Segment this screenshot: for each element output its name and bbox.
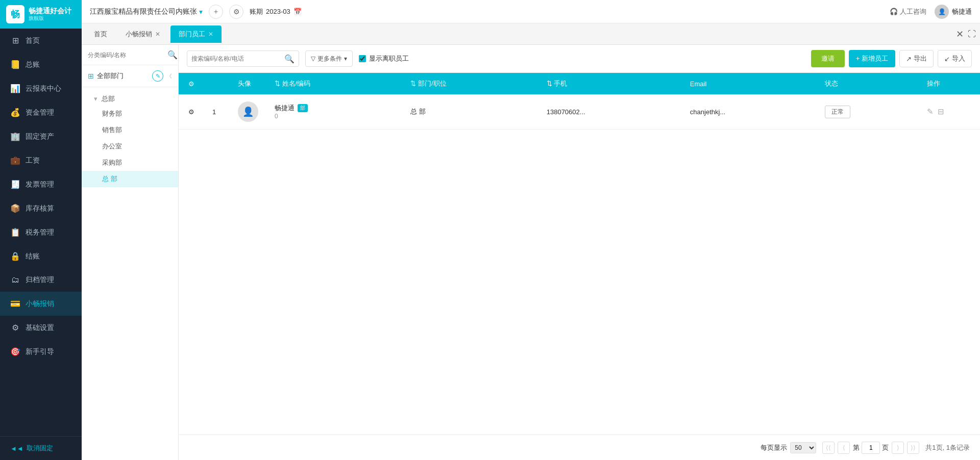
group-name: 总部 bbox=[102, 95, 115, 103]
sidebar-item-closing[interactable]: 🔒结账 bbox=[0, 244, 82, 268]
closing-icon: 🔒 bbox=[10, 251, 20, 261]
col-action: 操作 bbox=[919, 73, 980, 94]
row-phone: 138070602... bbox=[538, 94, 682, 130]
sidebar-item-label: 总账 bbox=[26, 60, 40, 69]
dept-item-finance[interactable]: 财务部 bbox=[82, 106, 178, 122]
prev-page-button[interactable]: ⟨ bbox=[838, 442, 850, 454]
import-button[interactable]: ↙ 导入 bbox=[938, 50, 972, 67]
page-size-select[interactable]: 10 20 50 100 bbox=[790, 442, 816, 453]
employee-search-box: 🔍 bbox=[187, 50, 299, 67]
row-actions: ✎ ⊟ bbox=[919, 94, 980, 130]
tab-close-icon[interactable]: ✕ bbox=[956, 29, 964, 40]
tab-expense-close[interactable]: ✕ bbox=[155, 31, 160, 38]
expand-icon: ▾ bbox=[94, 95, 97, 103]
ledger-icon: 📒 bbox=[10, 60, 20, 69]
headset-icon: 🎧 bbox=[890, 8, 898, 15]
col-dept[interactable]: ⇅ 部门/职位 bbox=[402, 73, 538, 94]
status-badge: 正常 bbox=[825, 106, 850, 118]
sidebar-item-label: 工资 bbox=[26, 156, 40, 165]
sidebar-item-settings[interactable]: ⚙基础设置 bbox=[0, 316, 82, 340]
period-selector[interactable]: 账期 2023-03 📅 bbox=[250, 7, 302, 16]
tab-expand-icon[interactable]: ⛶ bbox=[968, 30, 976, 39]
logo-text-block: 畅捷通好会计 旗舰版 bbox=[29, 7, 71, 22]
dept-item-purchase[interactable]: 采购部 bbox=[82, 155, 178, 171]
main-area: 江西服宝精品有限责任公司内账张 ▾ ＋ ⚙ 账期 2023-03 📅 🎧 人工咨… bbox=[82, 0, 980, 460]
employee-table: ⚙ 头像 ⇅ 姓名/编码 ⇅ 部门/职位 ⇅ 手机 Email 状态 操作 bbox=[179, 73, 980, 130]
dept-search-bar: 🔍 bbox=[82, 45, 178, 65]
add-company-button[interactable]: ＋ bbox=[209, 5, 223, 19]
first-page-button[interactable]: ⟨⟨ bbox=[822, 442, 835, 454]
sidebar-item-tax[interactable]: 📋税务管理 bbox=[0, 220, 82, 244]
sidebar-item-invoice[interactable]: 🧾发票管理 bbox=[0, 172, 82, 196]
search-icon[interactable]: 🔍 bbox=[284, 54, 295, 64]
sidebar-item-ledger[interactable]: 📒总账 bbox=[0, 53, 82, 76]
dept-collapse-icon[interactable]: 《 bbox=[166, 72, 172, 80]
sidebar-item-archive[interactable]: 🗂归档管理 bbox=[0, 268, 82, 292]
sidebar-unpin-label: 取消固定 bbox=[27, 444, 53, 453]
inventory-icon: 📦 bbox=[10, 203, 20, 213]
dept-item-office[interactable]: 办公室 bbox=[82, 138, 178, 155]
sidebar-item-inventory[interactable]: 📦库存核算 bbox=[0, 196, 82, 220]
dept-group-label: ▾ 总部 bbox=[82, 91, 178, 106]
employee-search-input[interactable] bbox=[191, 55, 284, 62]
page-number-input[interactable] bbox=[862, 442, 880, 454]
sidebar-item-payroll[interactable]: 💼工资 bbox=[0, 148, 82, 172]
sidebar-item-label: 结账 bbox=[26, 252, 40, 261]
dropdown-icon: ▾ bbox=[199, 8, 203, 16]
avatar-icon: 👤 bbox=[938, 8, 946, 15]
dept-item-sales[interactable]: 销售部 bbox=[82, 122, 178, 138]
sidebar-item-home[interactable]: ⊞首页 bbox=[0, 29, 82, 53]
export-button[interactable]: ↗ 导出 bbox=[899, 50, 934, 67]
page-unit: 页 bbox=[882, 443, 889, 452]
logout-icon[interactable]: ⊟ bbox=[938, 107, 944, 116]
sidebar-item-label: 小畅报销 bbox=[26, 299, 54, 309]
dept-search-input[interactable] bbox=[88, 52, 164, 59]
col-phone[interactable]: ⇅ 手机 bbox=[538, 73, 682, 94]
tab-expense[interactable]: 小畅报销 ✕ bbox=[117, 25, 168, 43]
row-gear[interactable]: ⚙ bbox=[179, 94, 204, 130]
sidebar-logo[interactable]: 畅 畅捷通好会计 旗舰版 bbox=[0, 0, 82, 29]
tab-dept-employee[interactable]: 部门员工 ✕ bbox=[170, 25, 222, 43]
dept-item-general[interactable]: 总 部 bbox=[82, 171, 178, 187]
filter-button[interactable]: ▽ 更多条件 ▾ bbox=[305, 50, 353, 67]
dept-edit-button[interactable]: ✎ bbox=[152, 70, 163, 82]
show-resigned-checkbox[interactable] bbox=[359, 55, 366, 62]
content-area: 🔍 ⊞ 全部部门 ✎ 《 ▾ 总部 财务部销售部办公室采购部总 部 bbox=[82, 45, 980, 460]
tab-dept-label: 部门员工 bbox=[179, 30, 205, 39]
tab-home[interactable]: 首页 bbox=[86, 25, 115, 43]
archive-icon: 🗂 bbox=[10, 275, 20, 285]
all-dept-header[interactable]: ⊞ 全部部门 ✎ 《 bbox=[82, 65, 178, 87]
settings-button[interactable]: ⚙ bbox=[229, 5, 243, 19]
sidebar-item-reports[interactable]: 📊云报表中心 bbox=[0, 76, 82, 100]
table-row: ⚙ 1 👤 畅捷通 部 0 总 部 138070602... chanjethk… bbox=[179, 94, 980, 130]
filter-label: 更多条件 bbox=[317, 55, 342, 63]
sidebar-item-expense[interactable]: 💳小畅报销 bbox=[0, 292, 82, 316]
sidebar-item-label: 固定资产 bbox=[26, 132, 54, 141]
tab-dept-close[interactable]: ✕ bbox=[208, 31, 213, 38]
pagination: ⟨⟨ ⟨ 第 页 ⟩ ⟩⟩ bbox=[822, 442, 919, 454]
invite-button[interactable]: 邀请 bbox=[811, 50, 845, 67]
sidebar-item-guide[interactable]: 🎯新手引导 bbox=[0, 340, 82, 364]
sidebar-item-funds[interactable]: 💰资金管理 bbox=[0, 100, 82, 124]
add-employee-button[interactable]: + 新增员工 bbox=[849, 50, 895, 67]
topbar: 江西服宝精品有限责任公司内账张 ▾ ＋ ⚙ 账期 2023-03 📅 🎧 人工咨… bbox=[82, 0, 980, 23]
company-selector[interactable]: 江西服宝精品有限责任公司内账张 ▾ bbox=[90, 7, 203, 16]
row-avatar: 👤 bbox=[230, 94, 266, 130]
row-index: 1 bbox=[204, 94, 230, 130]
col-gear[interactable]: ⚙ bbox=[179, 73, 204, 94]
sidebar-item-label: 发票管理 bbox=[26, 180, 54, 189]
service-button[interactable]: 🎧 人工咨询 bbox=[890, 7, 926, 16]
next-page-button[interactable]: ⟩ bbox=[892, 442, 904, 454]
sidebar-item-label: 基础设置 bbox=[26, 323, 54, 333]
search-icon[interactable]: 🔍 bbox=[167, 50, 178, 60]
col-name[interactable]: ⇅ 姓名/编码 bbox=[266, 73, 402, 94]
assets-icon: 🏢 bbox=[10, 132, 20, 141]
sidebar-unpin-button[interactable]: ◄◄ 取消固定 bbox=[0, 436, 82, 460]
left-panel: 🔍 ⊞ 全部部门 ✎ 《 ▾ 总部 财务部销售部办公室采购部总 部 bbox=[82, 45, 179, 460]
employee-table-body: ⚙ 1 👤 畅捷通 部 0 总 部 138070602... chanjethk… bbox=[179, 94, 980, 130]
last-page-button[interactable]: ⟩⟩ bbox=[907, 442, 919, 454]
user-menu[interactable]: 👤 畅捷通 bbox=[935, 5, 972, 19]
edit-icon[interactable]: ✎ bbox=[927, 107, 934, 116]
show-resigned-checkbox-label[interactable]: 显示离职员工 bbox=[359, 54, 409, 63]
sidebar-item-assets[interactable]: 🏢固定资产 bbox=[0, 124, 82, 148]
